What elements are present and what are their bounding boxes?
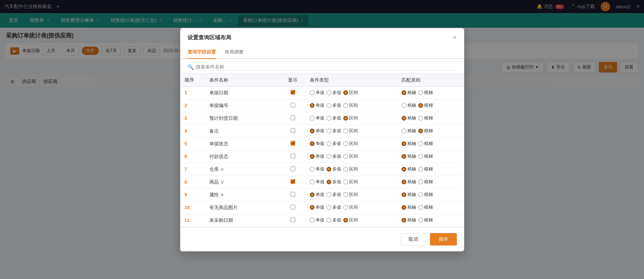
table-row: 10有无商品图片单值多值区间精确模糊: [180, 201, 464, 214]
row-type-cell: 单值多值区间: [305, 99, 397, 112]
type-radio-多值[interactable]: [327, 218, 331, 223]
type-radio-区间[interactable]: [343, 116, 348, 121]
row-order: 3: [180, 112, 205, 125]
match-radio-模糊[interactable]: [418, 218, 423, 223]
match-radio-模糊[interactable]: [418, 205, 423, 210]
type-radio-多值[interactable]: [327, 129, 331, 133]
row-condition-name: 仓库 ∨: [205, 163, 280, 176]
tab-query-field-settings[interactable]: 查询字段设置: [187, 46, 216, 59]
table-row: 4备注单值多值区间精确模糊: [180, 125, 464, 137]
modal-overlay: 设置查询区域布局 × 查询字段设置 布局调整 🔍 顺序 条件名称 显示 条件类型: [0, 0, 644, 279]
match-radio-精确[interactable]: [402, 103, 406, 108]
type-radio-单值[interactable]: [310, 103, 315, 108]
show-checkbox[interactable]: [291, 179, 295, 184]
row-show-checkbox-cell: [280, 112, 305, 125]
match-radio-模糊[interactable]: [418, 116, 423, 121]
match-radio-精确[interactable]: [402, 116, 406, 121]
table-row: 3预计到货日期单值多值区间精确模糊: [180, 112, 464, 125]
match-radio-模糊[interactable]: [418, 167, 423, 172]
type-radio-单值[interactable]: [310, 90, 315, 95]
type-radio-区间[interactable]: [343, 129, 348, 133]
match-radio-精确[interactable]: [402, 205, 406, 210]
row-show-checkbox-cell: [280, 99, 305, 112]
show-checkbox[interactable]: [291, 166, 295, 171]
match-radio-精确[interactable]: [402, 192, 406, 197]
type-radio-区间[interactable]: [343, 180, 348, 184]
modal-search-bar: 🔍: [180, 59, 464, 74]
row-match-cell: 精确模糊: [397, 150, 464, 163]
type-radio-区间[interactable]: [343, 103, 348, 108]
show-checkbox[interactable]: [291, 141, 295, 146]
row-match-cell: 精确模糊: [397, 137, 464, 150]
match-radio-精确[interactable]: [402, 167, 406, 172]
row-condition-name: 属性 ∨: [205, 188, 280, 201]
type-radio-单值[interactable]: [310, 116, 315, 121]
save-button[interactable]: 保存: [430, 233, 457, 245]
row-type-cell: 单值多值区间: [305, 150, 397, 163]
row-match-cell: 精确模糊: [397, 163, 464, 176]
table-row: 8商品 ∨单值多值区间精确模糊: [180, 176, 464, 188]
row-order: 11: [180, 214, 205, 227]
row-show-checkbox-cell: [280, 188, 305, 201]
type-radio-区间[interactable]: [343, 218, 348, 223]
modal-header: 设置查询区域布局 ×: [180, 28, 464, 42]
type-radio-多值[interactable]: [327, 167, 331, 172]
type-radio-多值[interactable]: [327, 154, 331, 159]
type-radio-区间[interactable]: [343, 90, 348, 95]
match-radio-精确[interactable]: [402, 154, 406, 159]
table-row: 1单据日期单值多值区间精确模糊: [180, 86, 464, 99]
show-checkbox[interactable]: [291, 115, 295, 120]
type-radio-区间[interactable]: [343, 141, 348, 146]
type-radio-区间[interactable]: [343, 167, 348, 172]
show-checkbox[interactable]: [291, 128, 295, 133]
match-radio-模糊[interactable]: [418, 90, 423, 95]
row-show-checkbox-cell: [280, 163, 305, 176]
match-radio-模糊[interactable]: [418, 141, 423, 146]
row-condition-name: 单据日期: [205, 86, 280, 99]
search-input[interactable]: [196, 63, 457, 71]
row-type-cell: 单值多值区间: [305, 201, 397, 214]
match-radio-精确[interactable]: [402, 180, 406, 184]
type-radio-单值[interactable]: [310, 180, 315, 184]
row-condition-name: 付款状态: [205, 150, 280, 163]
match-radio-模糊[interactable]: [418, 129, 423, 133]
match-radio-精确[interactable]: [402, 141, 406, 146]
type-radio-区间[interactable]: [343, 192, 348, 197]
show-checkbox[interactable]: [291, 192, 295, 197]
show-checkbox[interactable]: [291, 90, 295, 95]
type-radio-单值[interactable]: [310, 192, 315, 197]
show-checkbox[interactable]: [291, 154, 295, 158]
match-radio-精确[interactable]: [402, 129, 406, 133]
type-radio-多值[interactable]: [327, 90, 331, 95]
type-radio-单值[interactable]: [310, 141, 315, 146]
match-radio-模糊[interactable]: [418, 154, 423, 159]
row-type-cell: 单值多值区间: [305, 125, 397, 137]
match-radio-模糊[interactable]: [418, 192, 423, 197]
match-radio-精确[interactable]: [402, 218, 406, 223]
type-radio-区间[interactable]: [343, 205, 348, 210]
match-radio-模糊[interactable]: [418, 103, 423, 108]
show-checkbox[interactable]: [291, 217, 295, 222]
type-radio-单值[interactable]: [310, 218, 315, 223]
type-radio-单值[interactable]: [310, 154, 315, 159]
type-radio-多值[interactable]: [327, 205, 331, 210]
show-checkbox[interactable]: [291, 205, 295, 209]
tab-layout-adjust[interactable]: 布局调整: [225, 46, 244, 59]
type-radio-多值[interactable]: [327, 141, 331, 146]
type-radio-多值[interactable]: [327, 192, 331, 197]
cancel-button[interactable]: 取消: [401, 233, 426, 245]
type-radio-单值[interactable]: [310, 205, 315, 210]
type-radio-区间[interactable]: [343, 154, 348, 159]
match-radio-精确[interactable]: [402, 90, 406, 95]
type-radio-多值[interactable]: [327, 116, 331, 121]
settings-modal: 设置查询区域布局 × 查询字段设置 布局调整 🔍 顺序 条件名称 显示 条件类型: [180, 28, 464, 251]
show-checkbox[interactable]: [291, 103, 295, 107]
modal-title: 设置查询区域布局: [187, 34, 231, 41]
type-radio-单值[interactable]: [310, 129, 315, 133]
modal-close-button[interactable]: ×: [453, 34, 457, 42]
match-radio-模糊[interactable]: [418, 180, 423, 184]
type-radio-多值[interactable]: [327, 180, 331, 184]
type-radio-多值[interactable]: [327, 103, 331, 108]
row-order: 7: [180, 163, 205, 176]
type-radio-单值[interactable]: [310, 167, 315, 172]
